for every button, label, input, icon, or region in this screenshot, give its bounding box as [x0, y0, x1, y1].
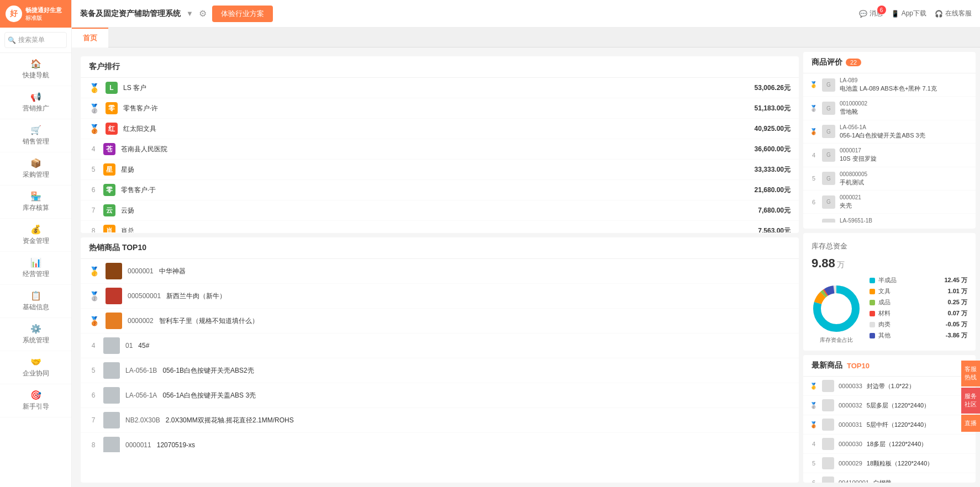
- tab-home[interactable]: 首页: [72, 28, 108, 47]
- hot-product-item[interactable]: 5 LA-056-1B 056-1B白色按键开关壳ABS2壳: [81, 358, 799, 383]
- customer-service-btn[interactable]: 客服 热线: [961, 361, 980, 387]
- product-eval-item[interactable]: 4 G 0000017 10S 变扭罗旋: [803, 144, 976, 167]
- product-code: 0000001: [128, 267, 154, 275]
- hot-product-item[interactable]: 🥈 000500001 新西兰牛肉（新牛）: [81, 284, 799, 309]
- app-download-button[interactable]: 📱 App下载: [891, 9, 926, 18]
- product-eval-item[interactable]: 🥉 G LA-056-1A 056-1A白色按键开关盖ABS 3壳: [803, 120, 976, 144]
- newbie-icon: 🎯: [30, 390, 41, 400]
- hot-product-item[interactable]: 4 01 45#: [81, 334, 799, 358]
- online-service-button[interactable]: 🎧 在线客服: [935, 9, 972, 18]
- customer-ranking-item[interactable]: 8 肖 肖总 7,563.00元: [81, 221, 799, 232]
- customer-badge: 苍: [103, 143, 115, 155]
- product-code: 0000032: [839, 402, 862, 409]
- customer-amount: 40,925.00元: [755, 124, 791, 134]
- product-eval-item[interactable]: 🥇 G LA-089 电池盖 LA-089 ABS本色+黑种 7.1克: [803, 73, 976, 97]
- medal-icon: 🥇: [810, 81, 818, 88]
- sidebar-item-sales[interactable]: 🛒 销售管理: [0, 119, 71, 152]
- hot-product-item[interactable]: 🥇 0000001 中华神器: [81, 259, 799, 284]
- float-service: 客服 热线 服务 社区 直播: [961, 361, 980, 432]
- product-thumbnail: [822, 477, 834, 483]
- sidebar-item-operation[interactable]: 📊 经营管理: [0, 252, 71, 285]
- sidebar-item-basic[interactable]: 📋 基础信息: [0, 285, 71, 318]
- sidebar-item-shortcut[interactable]: 🏠 快捷导航: [0, 53, 71, 86]
- legend-value: -3.86 万: [946, 331, 967, 340]
- customer-ranking-item[interactable]: 🥈 零 零售客户·许 51,183.00元: [81, 98, 799, 119]
- legend-name: 其他: [878, 331, 942, 340]
- rank-number: 6: [810, 479, 818, 483]
- app-logo: 好 畅捷通好生意 标准版: [0, 0, 71, 28]
- settings-icon[interactable]: ⚙: [199, 8, 207, 19]
- product-eval-item[interactable]: 7 G LA-59651-1B 59651-1B旋转投影灯电池盒ABS黑色+58…: [803, 214, 976, 223]
- sidebar-item-system[interactable]: ⚙️ 系统管理: [0, 318, 71, 351]
- hot-product-item[interactable]: 6 LA-056-1A 056-1A白色按键开关盖ABS 3壳: [81, 383, 799, 408]
- sidebar-item-newbie[interactable]: 🎯 新手引导: [0, 384, 71, 417]
- customer-badge: 零: [106, 102, 118, 114]
- product-image: [103, 337, 120, 354]
- logo-icon: 好: [6, 6, 22, 22]
- hot-products-panel: 热销商品 TOP10 🥇 0000001 中华神器 🥈 000500001 新西…: [81, 237, 799, 483]
- new-product-item[interactable]: 5 0000029 18颗粒板（1220*2440）: [803, 454, 976, 473]
- product-code: 0000030: [839, 441, 862, 447]
- product-code: 01: [125, 342, 133, 350]
- medal-icon: 🥈: [810, 402, 818, 409]
- sidebar-item-purchase[interactable]: 📦 采购管理: [0, 152, 71, 186]
- product-info: 001000002 雪地靴: [840, 100, 969, 116]
- message-icon: 💬: [859, 10, 867, 18]
- customer-ranking-item[interactable]: 🥉 红 红太阳文具 40,925.00元: [81, 119, 799, 139]
- rank-number: 8: [89, 441, 98, 449]
- legend-item: 其他 -3.86 万: [870, 331, 967, 340]
- sidebar-item-marketing[interactable]: 📢 营销推广: [0, 86, 71, 119]
- product-name: 智利车子里（规格不知道填什么）: [159, 316, 791, 326]
- sidebar-item-inventory[interactable]: 🏪 库存核算: [0, 186, 71, 219]
- hot-product-item[interactable]: 7 NB2.0X30B 2.0X30MM双摇花轴.摇花直径2.1MM/ROHS: [81, 408, 799, 433]
- customer-name: 零售客户·许: [123, 104, 749, 113]
- live-btn[interactable]: 直播: [961, 415, 980, 432]
- svg-point-6: [821, 294, 851, 324]
- hot-product-item[interactable]: 8 0000011 12070519-xs: [81, 433, 799, 452]
- product-image: [103, 412, 120, 428]
- customer-ranking-item[interactable]: 7 云 云扬 7,680.00元: [81, 200, 799, 221]
- new-product-item[interactable]: 🥉 0000031 5层中纤（1220*2440）: [803, 415, 976, 435]
- product-image: [103, 387, 120, 404]
- search-menu-button[interactable]: 🔍 搜索菜单: [4, 32, 67, 48]
- new-product-item[interactable]: 🥈 0000032 5层多层（1220*2440）: [803, 396, 976, 415]
- customer-ranking-item[interactable]: 4 苍 苍南县人民医院 36,600.00元: [81, 139, 799, 160]
- product-thumbnail: G: [822, 195, 835, 209]
- legend-color: [870, 322, 875, 327]
- inventory-title: 库存总资金: [812, 241, 847, 251]
- dropdown-icon[interactable]: ▼: [186, 9, 193, 18]
- new-product-item[interactable]: 6 004100001 白钢垫: [803, 473, 976, 483]
- rank-number: 6: [810, 199, 818, 205]
- rank-number: 4: [89, 145, 98, 153]
- customer-ranking-item[interactable]: 6 零 零售客户·于 21,680.00元: [81, 180, 799, 200]
- trial-button[interactable]: 体验行业方案: [212, 6, 273, 22]
- legend-item: 文具 1.01 万: [870, 287, 967, 295]
- product-info: LA-056-1A 056-1A白色按键开关盖ABS 3壳: [840, 124, 969, 140]
- hot-product-item[interactable]: 🥉 0000002 智利车子里（规格不知道填什么）: [81, 309, 799, 334]
- medal-icon: 🥇: [89, 83, 100, 93]
- product-name: 18颗粒板（1220*2440）: [867, 459, 969, 468]
- sidebar-item-finance[interactable]: 💰 资金管理: [0, 219, 71, 252]
- inventory-unit: 万: [837, 260, 845, 269]
- product-name: 5层多层（1220*2440）: [867, 401, 969, 410]
- customer-ranking-item[interactable]: 5 星 星扬 33,333.00元: [81, 160, 799, 180]
- sidebar-item-enterprise[interactable]: 🤝 企业协同: [0, 351, 71, 384]
- product-eval-item[interactable]: 5 G 000800005 手机测试: [803, 167, 976, 190]
- rank-number: 4: [89, 342, 98, 350]
- rank-number: 7: [89, 416, 98, 424]
- message-button[interactable]: 💬 消息 6: [859, 9, 883, 18]
- product-eval-item[interactable]: 🥈 G 001000002 雪地靴: [803, 97, 976, 120]
- product-code: 0000029: [839, 460, 862, 467]
- inventory-icon: 🏪: [30, 191, 41, 202]
- medal-icon: 🥇: [89, 266, 100, 277]
- new-product-item[interactable]: 🥇 0000033 封边带（1.0*22）: [803, 377, 976, 396]
- customer-badge: 零: [103, 184, 115, 196]
- new-product-item[interactable]: 4 0000030 18多层（1220*2440）: [803, 435, 976, 454]
- product-eval-item[interactable]: 6 G 0000021 夹壳: [803, 190, 976, 214]
- right-section: 商品评价 22 🥇 G LA-089 电池盖 LA-089 ABS本色+黑种 7…: [803, 47, 980, 487]
- legend-value: -0.05 万: [946, 320, 967, 329]
- service-community-btn[interactable]: 服务 社区: [961, 388, 980, 414]
- product-code: LA-056-1B: [125, 367, 157, 374]
- customer-ranking-item[interactable]: 🥇 L LS 客户 53,006.26元: [81, 78, 799, 98]
- customer-name: 云扬: [121, 206, 752, 215]
